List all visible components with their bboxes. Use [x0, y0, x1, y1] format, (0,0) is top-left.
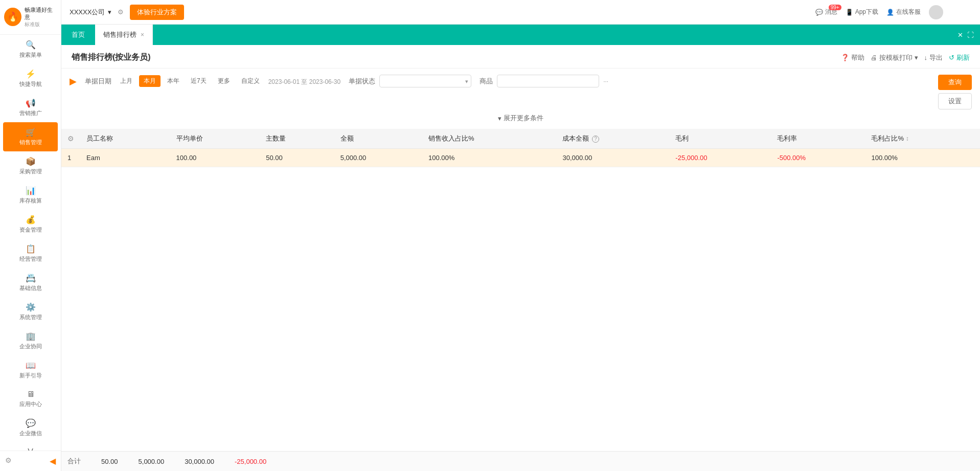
company-selector[interactable]: XXXXX公司 ▾ [70, 8, 111, 17]
cell-total: 5,000.00 [334, 149, 422, 167]
cell-sales-pct: 100.00% [422, 149, 556, 167]
nav-icon: ⚡ [26, 69, 36, 79]
print-dropdown-icon[interactable]: ▾ [915, 54, 918, 61]
sidebar-item-库存核算[interactable]: 📊库存核算 [0, 181, 61, 210]
sidebar-item-快捷导航[interactable]: ⚡快捷导航 [0, 64, 61, 93]
sidebar-item-畅会员[interactable]: V畅会员 [0, 442, 61, 451]
date-btn-this-year[interactable]: 本年 [163, 75, 184, 87]
print-button[interactable]: 🖨 按模板打印 ▾ [871, 53, 918, 62]
sidebar-item-营销推广[interactable]: 📢营销推广 [0, 93, 61, 122]
goods-label: 商品 [480, 77, 493, 86]
sidebar-item-资金管理[interactable]: 💰资金管理 [0, 210, 61, 239]
window-maximize-icon[interactable]: ⛶ [967, 31, 974, 39]
settings-icon-topbar[interactable]: ⚙ [118, 8, 124, 16]
nav-icon: 🔍 [26, 40, 36, 50]
nav-label: 营销推广 [19, 109, 42, 117]
page-title: 销售排行榜(按业务员) [72, 52, 151, 63]
goods-more-icon[interactable]: ··· [603, 78, 608, 85]
export-button[interactable]: ↓ 导出 [924, 53, 943, 62]
cell-name: Eam [80, 149, 170, 167]
table-row: 1 Eam 100.00 50.00 5,000.00 100.00% 30,0… [61, 149, 980, 167]
nav-icon: 🏢 [26, 331, 36, 341]
sidebar-item-销售管理[interactable]: 🛒销售管理 [3, 122, 58, 151]
print-label: 按模板打印 [879, 53, 913, 62]
table-section: ⚙ 员工名称 平均单价 主数量 全额 销售收入占比% 成本全额 ? 毛利 [61, 129, 980, 167]
company-dropdown-icon: ▾ [108, 8, 111, 16]
message-icon-item[interactable]: 💬 消息 99+ [815, 8, 837, 16]
date-btn-more[interactable]: 更多 [213, 75, 235, 87]
refresh-button[interactable]: ↺ 刷新 [949, 53, 970, 62]
sidebar-item-基础信息[interactable]: 📇基础信息 [0, 268, 61, 297]
filter-expand-arrow[interactable]: ▶ [70, 76, 77, 87]
sidebar-item-搜索菜单[interactable]: 🔍搜索菜单 [0, 35, 61, 64]
logo-icon: 🔥 [4, 8, 21, 26]
trial-button[interactable]: 体验行业方案 [130, 5, 184, 20]
export-icon: ↓ [924, 54, 928, 61]
cell-profit-pct: 100.00% [865, 149, 980, 167]
sidebar-item-企业微信[interactable]: 💬企业微信 [0, 413, 61, 442]
date-btn-this-month[interactable]: 本月 [139, 75, 161, 87]
th-settings: ⚙ [61, 129, 80, 149]
refresh-icon: ↺ [949, 54, 954, 61]
query-button[interactable]: 查询 [938, 75, 972, 90]
cost-info-icon[interactable]: ? [592, 136, 599, 143]
sidebar-item-采购管理[interactable]: 📦采购管理 [0, 151, 61, 181]
logo-area: 🔥 畅康通好生意 标准版 [0, 0, 61, 35]
help-icon: ❓ [841, 54, 849, 61]
date-btn-custom[interactable]: 自定义 [237, 75, 264, 87]
nav-icon: 🖥 [27, 390, 35, 399]
th-sales-pct: 销售收入占比% [422, 129, 556, 149]
tab-home[interactable]: 首页 [61, 25, 95, 45]
help-button[interactable]: ❓ 帮助 [841, 53, 864, 62]
date-btn-last-month[interactable]: 上月 [116, 75, 137, 87]
nav-label: 应用中心 [19, 400, 42, 408]
message-icon: 💬 [815, 9, 823, 16]
th-cost: 成本全额 ? [556, 129, 669, 149]
nav-icon: 💬 [26, 418, 36, 428]
sidebar-item-应用中心[interactable]: 🖥应用中心 [0, 385, 61, 413]
tab-sales-ranking[interactable]: 销售排行榜 × [95, 25, 153, 45]
settings-button[interactable]: 设置 [938, 93, 972, 109]
table-header-row: ⚙ 员工名称 平均单价 主数量 全额 销售收入占比% 成本全额 ? 毛利 [61, 129, 980, 149]
column-settings-icon[interactable]: ⚙ [67, 134, 74, 143]
sidebar-item-系统管理[interactable]: ⚙️系统管理 [0, 297, 61, 326]
nav-label: 企业协同 [19, 343, 42, 350]
sidebar-item-企业协同[interactable]: 🏢企业协同 [0, 326, 61, 355]
th-profit-pct: 毛利占比% ↕ [865, 129, 980, 149]
status-select[interactable] [379, 75, 471, 87]
filter-main-row: ▶ 单据日期 上月 本月 本年 近7天 更多 自定义 [70, 75, 972, 109]
page-content: 销售排行榜(按业务员) ❓ 帮助 🖨 按模板打印 ▾ ↓ 导出 [61, 45, 980, 471]
sidebar-item-经营管理[interactable]: 📋经营管理 [0, 239, 61, 268]
window-close-icon[interactable]: ✕ [958, 31, 963, 39]
nav-icon: 💰 [26, 215, 36, 225]
sidebar: 🔥 畅康通好生意 标准版 🔍搜索菜单⚡快捷导航📢营销推广🛒销售管理📦采购管理📊库… [0, 0, 61, 471]
expand-text: 展开更多条件 [504, 114, 543, 123]
tabbar: 首页 销售排行榜 × ✕ ⛶ [61, 25, 980, 45]
nav-label: 新手引导 [19, 372, 42, 379]
sidebar-item-新手引导[interactable]: 📖新手引导 [0, 355, 61, 385]
cell-avg-price: 100.00 [170, 149, 260, 167]
service-label: 在线客服 [896, 8, 921, 16]
online-service-item[interactable]: 👤 在线客服 [886, 8, 921, 16]
nav-icon: 🛒 [26, 127, 36, 137]
logo-name: 畅康通好生意 [25, 6, 57, 21]
footer-profit: -25,000.00 [235, 458, 266, 465]
tab-close-icon[interactable]: × [141, 31, 144, 38]
collapse-icon[interactable]: ◀ [50, 456, 56, 466]
date-btn-7days[interactable]: 近7天 [186, 75, 211, 87]
date-label: 单据日期 [85, 77, 111, 86]
nav-icon: 📊 [26, 186, 36, 195]
print-icon: 🖨 [871, 54, 877, 61]
avatar[interactable] [929, 5, 943, 19]
filter-fields: 单据日期 上月 本月 本年 近7天 更多 自定义 2023-06-01 至 20… [85, 75, 930, 87]
app-download-item[interactable]: 📱 App下载 [846, 8, 878, 16]
nav-label: 销售管理 [19, 139, 42, 146]
tabbar-actions: ✕ ⛶ [958, 31, 980, 39]
profit-pct-sort-icon[interactable]: ↕ [906, 135, 909, 142]
message-badge: 99+ [829, 5, 841, 10]
header-actions: ❓ 帮助 🖨 按模板打印 ▾ ↓ 导出 ↺ 刷新 [841, 53, 970, 62]
goods-input[interactable] [497, 75, 599, 87]
expand-more[interactable]: ▾ 展开更多条件 [70, 114, 972, 123]
settings-icon[interactable]: ⚙ [5, 456, 12, 466]
th-total: 全额 [334, 129, 422, 149]
